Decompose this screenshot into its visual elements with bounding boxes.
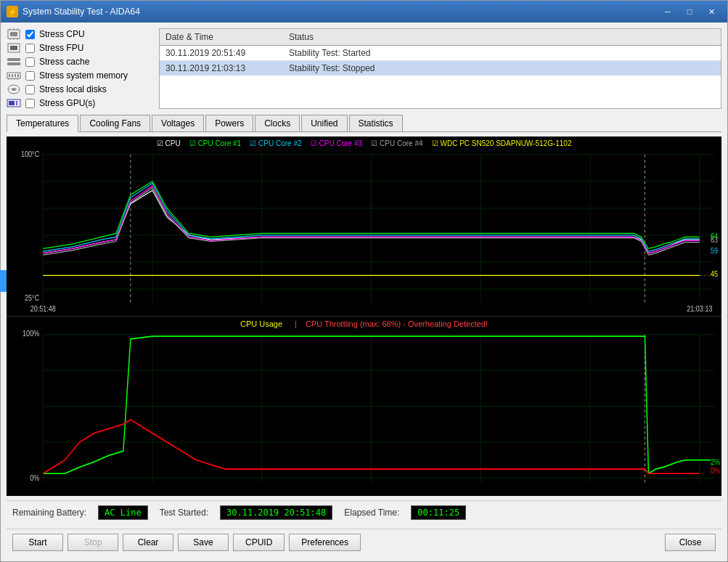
close-button[interactable]: Close [665, 534, 716, 551]
stress-cpu-checkbox[interactable] [25, 30, 35, 39]
stress-cpu-label: Stress CPU [39, 29, 85, 39]
minimize-button[interactable]: ─ [658, 4, 678, 20]
cpuid-button[interactable]: CPUID [233, 534, 285, 551]
battery-value: AC Line [98, 505, 148, 520]
stress-gpu-label: Stress GPU(s) [39, 98, 95, 108]
log-status-header: Status [289, 32, 715, 42]
legend-core1: ☑ CPU Core #1 [189, 139, 241, 147]
start-button[interactable]: Start [12, 534, 63, 551]
legend-cpu-usage: CPU Usage [240, 319, 282, 328]
svg-rect-16 [17, 74, 19, 77]
app-icon: ⚡ [7, 6, 18, 17]
log-status-0: Stability Test: Started [289, 48, 715, 58]
fpu-icon [7, 42, 21, 54]
svg-text:100%: 100% [23, 329, 39, 338]
stress-fpu-option: Stress FPU [7, 42, 152, 54]
legend-core3: ☑ CPU Core #3 [311, 139, 362, 147]
title-bar: ⚡ System Stability Test - AIDA64 ─ □ ✕ [1, 1, 727, 23]
legend-core4: ☑ CPU Core #4 [371, 139, 422, 147]
legend-cpu-check: ☑ [157, 139, 163, 147]
stress-gpu-checkbox[interactable] [25, 99, 35, 108]
log-status-1: Stability Test: Stopped [289, 63, 715, 73]
stress-cache-label: Stress cache [39, 57, 89, 67]
legend-cpu: ☑ CPU [157, 139, 181, 147]
legend-cpu-label: CPU [165, 139, 181, 147]
log-row-0[interactable]: 30.11.2019 20:51:49 Stability Test: Star… [160, 46, 721, 61]
log-date-header: Date & Time [165, 32, 289, 42]
stress-cache-option: Stress cache [7, 56, 152, 68]
status-bar: Remaining Battery: AC Line Test Started:… [7, 500, 721, 524]
legend-core3-check: ☑ [311, 139, 317, 147]
test-started-value: 30.11.2019 20:51:48 [220, 505, 332, 520]
legend-core2: ☑ CPU Core #2 [250, 139, 301, 147]
bottom-bar: Start Stop Clear Save CPUID Preferences … [7, 529, 721, 555]
temp-chart-svg: 100°C 25°C 20:51:48 21:03:13 [7, 137, 721, 316]
stress-fpu-label: Stress FPU [39, 43, 83, 53]
clear-button[interactable]: Clear [123, 534, 173, 551]
window-close-button[interactable]: ✕ [701, 4, 721, 20]
main-window: ⚡ System Stability Test - AIDA64 ─ □ ✕ S… [0, 0, 728, 562]
stress-options-panel: Stress CPU Stress FPU Stress cache [7, 28, 152, 109]
save-button[interactable]: Save [178, 534, 229, 551]
tab-voltages[interactable]: Voltages [152, 115, 204, 131]
legend-separator: | [295, 319, 297, 328]
legend-core1-label: CPU Core #1 [198, 139, 241, 147]
legend-core2-check: ☑ [250, 139, 256, 147]
preferences-button[interactable]: Preferences [289, 534, 361, 551]
cache-icon [7, 56, 21, 68]
stress-disks-label: Stress local disks [39, 84, 107, 94]
test-started-label: Test Started: [160, 508, 208, 518]
stress-cpu-option: Stress CPU [7, 28, 152, 40]
tab-statistics[interactable]: Statistics [349, 115, 403, 131]
window-controls: ─ □ ✕ [658, 4, 721, 20]
log-table-header: Date & Time Status [160, 29, 721, 46]
content-area: Stress CPU Stress FPU Stress cache [1, 23, 727, 561]
tab-cooling-fans[interactable]: Cooling Fans [80, 115, 150, 131]
log-date-1: 30.11.2019 21:03:13 [165, 63, 289, 73]
stress-gpu-option: Stress GPU(s) [7, 97, 152, 109]
svg-text:45: 45 [711, 269, 718, 278]
legend-ssd-check: ☑ [432, 139, 438, 147]
charts-area: ☑ CPU ☑ CPU Core #1 ☑ CPU Core #2 ☑ CPU … [7, 137, 721, 496]
stress-memory-label: Stress system memory [39, 70, 128, 81]
svg-text:100°C: 100°C [21, 150, 39, 159]
temperature-chart: ☑ CPU ☑ CPU Core #1 ☑ CPU Core #2 ☑ CPU … [7, 137, 721, 317]
svg-text:20:51:48: 20:51:48 [30, 304, 57, 313]
svg-text:0%: 0% [30, 473, 39, 482]
battery-label: Remaining Battery: [12, 508, 86, 518]
svg-text:0%: 0% [711, 466, 720, 475]
svg-text:21:03:13: 21:03:13 [687, 304, 713, 313]
memory-icon [7, 70, 21, 81]
stress-memory-checkbox[interactable] [25, 71, 35, 81]
cpu-icon [7, 28, 21, 40]
stop-button[interactable]: Stop [68, 534, 118, 551]
svg-rect-14 [12, 74, 13, 77]
legend-core1-check: ☑ [189, 139, 196, 147]
tab-clocks[interactable]: Clocks [255, 115, 300, 131]
stress-cache-checkbox[interactable] [25, 57, 35, 67]
stress-disks-checkbox[interactable] [25, 85, 35, 94]
legend-core4-label: CPU Core #4 [380, 139, 422, 147]
svg-rect-15 [15, 74, 16, 77]
log-row-1[interactable]: 30.11.2019 21:03:13 Stability Test: Stop… [160, 61, 721, 76]
svg-rect-10 [7, 58, 20, 61]
svg-rect-9 [10, 46, 17, 50]
tab-temperatures[interactable]: Temperatures [7, 115, 78, 132]
legend-core3-label: CPU Core #3 [319, 139, 362, 147]
svg-rect-1 [10, 32, 17, 36]
svg-rect-25 [9, 101, 15, 105]
svg-rect-11 [7, 62, 20, 65]
tabs-section: Temperatures Cooling Fans Voltages Power… [7, 113, 721, 132]
maximize-button[interactable]: □ [679, 4, 700, 20]
window-title: System Stability Test - AIDA64 [23, 7, 658, 17]
stress-disks-option: Stress local disks [7, 84, 152, 95]
legend-cpu-throttling: CPU Throttling (max: 68%) - Overheating … [306, 319, 488, 328]
stress-fpu-checkbox[interactable] [25, 44, 35, 53]
log-date-0: 30.11.2019 20:51:49 [165, 48, 289, 58]
svg-text:59: 59 [711, 246, 718, 255]
tab-unified[interactable]: Unified [301, 115, 347, 131]
temp-chart-legend: ☑ CPU ☑ CPU Core #1 ☑ CPU Core #2 ☑ CPU … [7, 139, 721, 147]
tab-powers[interactable]: Powers [205, 115, 253, 131]
elapsed-label: Elapsed Time: [344, 508, 399, 518]
svg-text:63: 63 [711, 235, 718, 244]
